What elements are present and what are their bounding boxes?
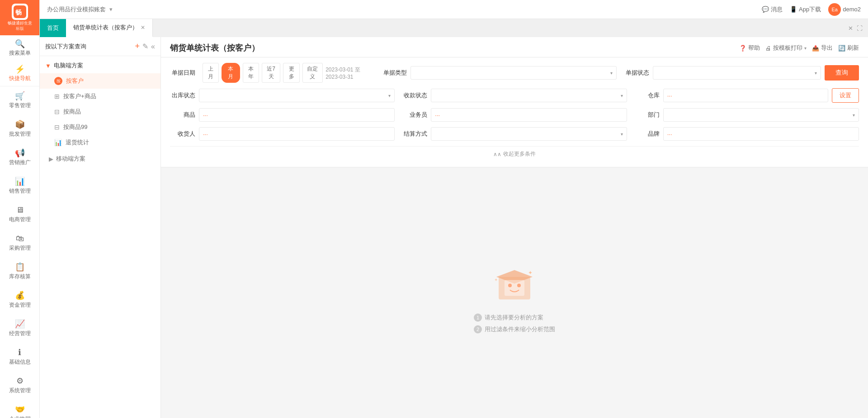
group-title-label: 电脑端方案 xyxy=(54,62,83,70)
scheme-item-product-99[interactable]: ⊟ 按商品99 xyxy=(40,119,160,135)
refresh-icon: 🔄 xyxy=(838,45,845,52)
product-label: 商品 xyxy=(170,111,195,119)
warehouse-input[interactable]: ··· xyxy=(663,89,828,102)
collapse-btn[interactable]: ∧∧ 收起更多条件 xyxy=(493,150,536,158)
receive-status-select[interactable]: ▾ xyxy=(431,89,627,102)
app-download-label: App下载 xyxy=(799,5,821,14)
help-btn[interactable]: ❓ 帮助 xyxy=(739,44,760,52)
sidebar-item-wholesale-label: 批发管理 xyxy=(9,130,31,138)
scheme-group-desktop: ▼ 电脑端方案 按 按客户 ⊞ 按客户+商品 ⊟ xyxy=(40,58,160,150)
left-panel: 按以下方案查询 + ✎ « ▼ 电脑端方案 按 xyxy=(40,37,161,418)
scheme-group-mobile-title[interactable]: ▶ 移动端方案 xyxy=(40,152,160,166)
salesperson-filter: 业务员 ··· xyxy=(402,108,627,122)
brand-input[interactable]: ··· xyxy=(663,127,859,141)
add-scheme-btn[interactable]: + xyxy=(135,42,140,51)
sidebar-item-business[interactable]: 📈 经营管理 xyxy=(0,314,39,343)
product-icon: ⊟ xyxy=(54,108,60,115)
scheme-item-return-stat[interactable]: 📊 退货统计 xyxy=(40,135,160,150)
logo-icon: 畅 xyxy=(12,4,28,20)
receive-status-label: 收款状态 xyxy=(402,91,427,100)
order-type-chevron: ▾ xyxy=(610,71,613,76)
quick-icon: ⚡ xyxy=(15,65,25,73)
left-panel-title: 按以下方案查询 xyxy=(45,43,132,51)
system-icon: ⚙ xyxy=(16,377,24,385)
finance-icon: 💰 xyxy=(15,291,25,299)
export-btn[interactable]: 📤 导出 xyxy=(812,44,833,52)
order-status-label: 单据状态 xyxy=(624,69,649,77)
sidebar-item-purchase-label: 采购管理 xyxy=(9,244,31,252)
salesperson-label: 业务员 xyxy=(402,111,427,119)
receiver-input[interactable]: ··· xyxy=(199,127,395,141)
settlement-select[interactable]: ▾ xyxy=(431,127,627,141)
setting-button[interactable]: 设置 xyxy=(832,88,859,103)
ecommerce-icon: 🖥 xyxy=(16,206,24,214)
tab-close-btn[interactable]: ✕ xyxy=(141,24,145,31)
sidebar-item-ecommerce-label: 电商管理 xyxy=(9,216,31,223)
date-btn-this-month[interactable]: 本月 xyxy=(222,63,240,83)
order-status-select[interactable]: ▾ xyxy=(653,66,821,80)
enterprise-icon: 🤝 xyxy=(15,405,25,413)
date-btn-7days[interactable]: 近7天 xyxy=(262,63,280,83)
tabbar: 首页 销货单统计表（按客户） ✕ ✕ ⛶ xyxy=(40,19,868,37)
order-type-select[interactable]: ▾ xyxy=(410,66,617,80)
product-input[interactable]: ··· xyxy=(199,108,395,122)
sidebar-item-marketing[interactable]: 📢 营销推广 xyxy=(0,143,39,172)
sidebar-item-retail-label: 零售管理 xyxy=(9,102,31,109)
app-download-icon: 📱 xyxy=(790,6,797,13)
product-filter: 商品 ··· xyxy=(170,108,395,122)
tab-sales-stat[interactable]: 销货单统计表（按客户） ✕ xyxy=(66,19,153,37)
date-btn-this-year[interactable]: 本年 xyxy=(243,63,259,83)
sidebar-item-wholesale[interactable]: 📦 批发管理 xyxy=(0,115,39,143)
search-icon: 🔍 xyxy=(15,40,25,48)
message-btn[interactable]: 💬 消息 xyxy=(762,5,783,14)
company-dropdown-icon[interactable]: ▾ xyxy=(109,6,113,13)
sidebar-item-sales[interactable]: 📊 销售管理 xyxy=(0,172,39,200)
edit-scheme-btn[interactable]: ✎ xyxy=(142,42,148,51)
scheme-group-desktop-title[interactable]: ▼ 电脑端方案 xyxy=(40,58,160,73)
scheme-item-customer-label: 按客户 xyxy=(66,77,84,85)
svg-text:✦: ✦ xyxy=(528,270,533,276)
topbar-right: 💬 消息 📱 App下载 Ea demo2 xyxy=(762,3,861,16)
sidebar-item-retail[interactable]: 🛒 零售管理 xyxy=(0,86,39,115)
app-download-btn[interactable]: 📱 App下载 xyxy=(790,5,821,14)
settlement-filter: 结算方式 ▾ xyxy=(402,127,627,141)
sidebar-item-enterprise[interactable]: 🤝 企业协同 xyxy=(0,400,39,418)
refresh-btn[interactable]: 🔄 刷新 xyxy=(838,44,859,52)
scheme-item-by-product[interactable]: ⊟ 按商品 xyxy=(40,104,160,119)
tip1-number: 1 xyxy=(474,314,482,322)
scheme-item-customer-product[interactable]: ⊞ 按客户+商品 xyxy=(40,89,160,104)
brand-dots: ··· xyxy=(667,131,672,138)
sidebar-item-system[interactable]: ⚙ 系统管理 xyxy=(0,371,39,400)
sidebar-item-inventory[interactable]: 📋 库存核算 xyxy=(0,257,39,286)
tab-home[interactable]: 首页 xyxy=(40,19,66,37)
sidebar-item-search[interactable]: 🔍 搜索菜单 xyxy=(0,35,39,62)
date-btn-custom[interactable]: 自定义 xyxy=(302,63,323,83)
sidebar-item-basic[interactable]: ℹ 基础信息 xyxy=(0,343,39,371)
user-area[interactable]: Ea demo2 xyxy=(828,3,861,16)
salesperson-dots: ··· xyxy=(435,112,440,119)
scheme-item-by-customer[interactable]: 按 按客户 xyxy=(40,73,160,89)
sidebar-item-ecommerce[interactable]: 🖥 电商管理 xyxy=(0,200,39,229)
retail-icon: 🛒 xyxy=(15,92,25,100)
collapse-panel-btn[interactable]: « xyxy=(151,43,155,51)
department-select[interactable]: ▾ xyxy=(663,108,859,122)
customer-icon-text: 按 xyxy=(57,78,61,84)
close-window-icon[interactable]: ✕ xyxy=(848,25,853,32)
sidebar-item-quick[interactable]: ⚡ 快捷导航 xyxy=(0,62,39,86)
page-actions: ❓ 帮助 🖨 按模板打印 ▾ 📤 导出 🔄 刷新 xyxy=(739,44,859,52)
date-btn-last-month[interactable]: 上月 xyxy=(203,63,219,83)
sidebar-item-purchase[interactable]: 🛍 采购管理 xyxy=(0,229,39,257)
collapse-up-icon: ∧∧ xyxy=(493,151,501,157)
maximize-window-icon[interactable]: ⛶ xyxy=(857,25,863,32)
message-icon: 💬 xyxy=(762,6,769,13)
brand-label: 品牌 xyxy=(634,130,660,138)
print-btn[interactable]: 🖨 按模板打印 ▾ xyxy=(765,44,807,52)
out-status-select[interactable]: ▾ xyxy=(199,89,395,102)
sidebar-item-finance[interactable]: 💰 资金管理 xyxy=(0,286,39,314)
date-btn-more[interactable]: 更多 xyxy=(283,63,299,83)
svg-text:✦: ✦ xyxy=(494,277,498,282)
salesperson-input[interactable]: ··· xyxy=(431,108,627,122)
filter-row-1: 单据日期 上月 本月 本年 近7天 更多 自定义 2023-03-01 至 20… xyxy=(170,63,859,83)
collapse-label: 收起更多条件 xyxy=(503,150,536,158)
query-button[interactable]: 查询 xyxy=(825,65,859,81)
